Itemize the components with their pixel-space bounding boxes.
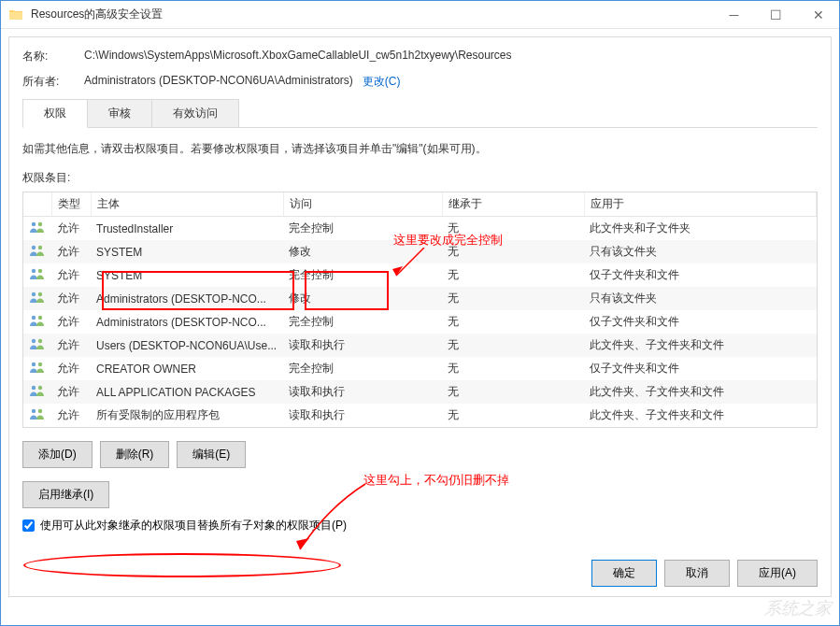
cell-type: 允许 — [51, 310, 91, 334]
col-inherited-header[interactable]: 继承于 — [442, 192, 584, 217]
watermark: 系统之家 — [764, 597, 832, 619]
cell-principal: SYSTEM — [91, 263, 283, 287]
cell-applies: 此文件夹、子文件夹和文件 — [584, 404, 817, 427]
remove-button[interactable]: 删除(R) — [100, 441, 170, 468]
ok-button[interactable]: 确定 — [591, 560, 657, 587]
cell-access: 完全控制 — [283, 357, 442, 380]
cell-access: 完全控制 — [283, 217, 442, 241]
enable-inheritance-button[interactable]: 启用继承(I) — [22, 481, 109, 508]
cell-applies: 此文件夹和子文件夹 — [584, 217, 817, 241]
maximize-button[interactable]: ☐ — [755, 1, 797, 29]
cell-inherited: 无 — [442, 334, 584, 357]
tab-effective-access[interactable]: 有效访问 — [151, 99, 239, 127]
svg-point-7 — [38, 292, 42, 296]
window-title: Resources的高级安全设置 — [31, 7, 713, 22]
cell-access: 修改 — [283, 240, 442, 263]
cell-inherited: 无 — [442, 287, 584, 310]
minimize-button[interactable]: ─ — [713, 1, 755, 29]
cell-applies: 只有该文件夹 — [584, 240, 817, 263]
users-icon — [29, 291, 46, 304]
replace-child-permissions-checkbox[interactable] — [22, 519, 35, 532]
svg-point-1 — [38, 222, 42, 226]
svg-point-2 — [32, 246, 36, 249]
change-owner-link[interactable]: 更改(C) — [363, 74, 401, 90]
svg-point-12 — [32, 363, 36, 366]
cell-access: 修改 — [283, 287, 442, 310]
users-icon — [29, 337, 46, 350]
footer-buttons: 确定 取消 应用(A) — [591, 560, 818, 587]
tab-permissions[interactable]: 权限 — [22, 99, 88, 128]
name-value: C:\Windows\SystemApps\Microsoft.XboxGame… — [84, 49, 512, 64]
close-button[interactable]: ✕ — [797, 1, 839, 29]
cell-applies: 此文件夹、子文件夹和文件 — [584, 334, 817, 357]
svg-point-11 — [38, 339, 42, 343]
cell-type: 允许 — [51, 240, 91, 263]
window-controls: ─ ☐ ✕ — [713, 1, 839, 29]
svg-point-0 — [32, 222, 36, 226]
cell-type: 允许 — [51, 287, 91, 310]
col-principal-header[interactable]: 主体 — [91, 192, 283, 217]
name-label: 名称: — [22, 49, 84, 64]
cell-inherited: 无 — [442, 217, 584, 241]
cell-inherited: 无 — [442, 380, 584, 404]
edit-button[interactable]: 编辑(E) — [177, 441, 246, 468]
permissions-table-container: 类型 主体 访问 继承于 应用于 允许 TrustedInstaller 完全控… — [22, 192, 818, 428]
cell-principal: SYSTEM — [91, 240, 283, 263]
cell-principal: TrustedInstaller — [91, 217, 283, 241]
table-row[interactable]: 允许 CREATOR OWNER 完全控制 无 仅子文件夹和文件 — [23, 357, 817, 380]
owner-value: Administrators (DESKTOP-NCON6UA\Administ… — [84, 74, 353, 90]
add-button[interactable]: 添加(D) — [22, 441, 93, 468]
svg-point-6 — [32, 292, 36, 296]
cell-applies: 仅子文件夹和文件 — [584, 310, 817, 334]
cancel-button[interactable]: 取消 — [664, 560, 730, 587]
cell-applies: 只有该文件夹 — [584, 287, 817, 310]
table-row[interactable]: 允许 SYSTEM 完全控制 无 仅子文件夹和文件 — [23, 263, 817, 287]
col-icon-header[interactable] — [23, 192, 51, 217]
svg-point-4 — [32, 269, 36, 273]
table-row[interactable]: 允许 Administrators (DESKTOP-NCO... 修改 无 只… — [23, 287, 817, 310]
table-row[interactable]: 允许 Administrators (DESKTOP-NCO... 完全控制 无… — [23, 310, 817, 334]
replace-child-permissions-row: 使用可从此对象继承的权限项目替换所有子对象的权限项目(P) — [22, 518, 818, 534]
cell-inherited: 无 — [442, 263, 584, 287]
table-row[interactable]: 允许 所有受限制的应用程序包 读取和执行 无 此文件夹、子文件夹和文件 — [23, 404, 817, 427]
cell-applies: 仅子文件夹和文件 — [584, 263, 817, 287]
cell-inherited: 无 — [442, 357, 584, 380]
svg-point-3 — [38, 246, 42, 249]
users-icon — [29, 384, 46, 397]
cell-access: 完全控制 — [283, 310, 442, 334]
cell-access: 读取和执行 — [283, 334, 442, 357]
col-access-header[interactable]: 访问 — [283, 192, 442, 217]
tabs: 权限 审核 有效访问 — [22, 99, 818, 128]
cell-inherited: 无 — [442, 404, 584, 427]
permission-entries-label: 权限条目: — [22, 170, 818, 186]
svg-point-14 — [32, 386, 36, 390]
cell-type: 允许 — [51, 404, 91, 427]
users-icon — [29, 361, 46, 374]
users-icon — [29, 221, 46, 234]
table-row[interactable]: 允许 SYSTEM 修改 无 只有该文件夹 — [23, 240, 817, 263]
owner-label: 所有者: — [22, 74, 84, 90]
apply-button[interactable]: 应用(A) — [737, 560, 818, 587]
table-row[interactable]: 允许 ALL APPLICATION PACKAGES 读取和执行 无 此文件夹… — [23, 380, 817, 404]
table-row[interactable]: 允许 TrustedInstaller 完全控制 无 此文件夹和子文件夹 — [23, 217, 817, 241]
users-icon — [29, 267, 46, 280]
svg-point-17 — [38, 409, 42, 413]
cell-access: 读取和执行 — [283, 404, 442, 427]
cell-type: 允许 — [51, 334, 91, 357]
cell-principal: Users (DESKTOP-NCON6UA\Use... — [91, 334, 283, 357]
svg-point-15 — [38, 386, 42, 390]
svg-point-9 — [38, 316, 42, 320]
cell-type: 允许 — [51, 357, 91, 380]
col-type-header[interactable]: 类型 — [51, 192, 91, 217]
dialog-body: 名称: C:\Windows\SystemApps\Microsoft.Xbox… — [8, 36, 832, 597]
col-applies-header[interactable]: 应用于 — [584, 192, 817, 217]
folder-icon — [8, 7, 23, 22]
cell-principal: Administrators (DESKTOP-NCO... — [91, 287, 283, 310]
action-buttons: 添加(D) 删除(R) 编辑(E) — [22, 441, 818, 468]
replace-child-permissions-label[interactable]: 使用可从此对象继承的权限项目替换所有子对象的权限项目(P) — [40, 518, 347, 534]
svg-point-8 — [32, 316, 36, 320]
tab-auditing[interactable]: 审核 — [87, 99, 152, 127]
users-icon — [29, 314, 46, 327]
svg-point-16 — [32, 409, 36, 413]
table-row[interactable]: 允许 Users (DESKTOP-NCON6UA\Use... 读取和执行 无… — [23, 334, 817, 357]
